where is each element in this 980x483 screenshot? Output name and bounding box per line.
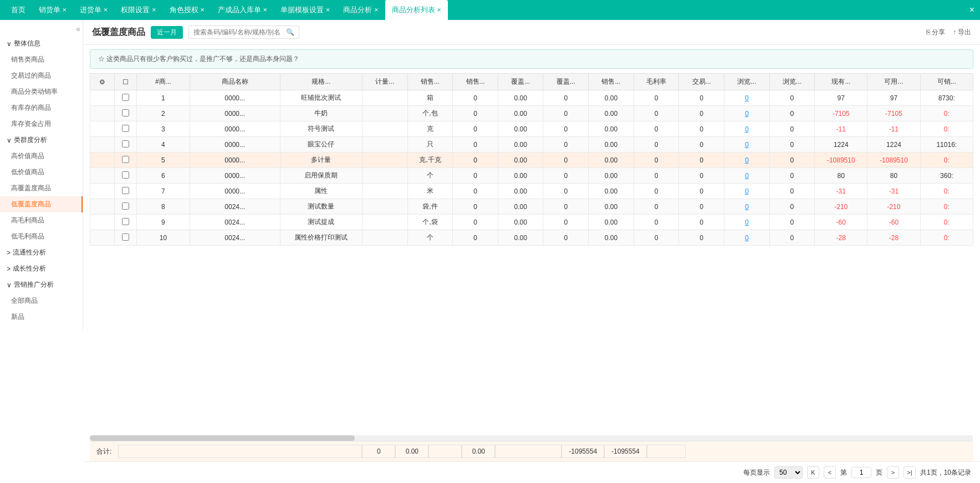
browse-link[interactable]: 0 (745, 172, 749, 180)
sidebar-item-库存资金占用[interactable]: 库存资金占用 (0, 116, 83, 132)
search-input[interactable] (193, 28, 284, 36)
col-header-2[interactable]: #商... (137, 74, 190, 90)
browse-link[interactable]: 0 (745, 110, 749, 118)
col-header-3[interactable]: 商品名称 (190, 74, 280, 90)
browse-link[interactable]: 0 (745, 125, 749, 133)
nav-item-analysis-list[interactable]: 商品分析列表 × (385, 0, 448, 20)
row-checkbox[interactable] (122, 218, 129, 225)
per-page-select[interactable]: 50 20 100 (774, 466, 803, 479)
settings-icon[interactable]: ⚙ (99, 78, 105, 86)
first-page-button[interactable]: K (807, 466, 819, 479)
col-header-10[interactable]: 销售... (589, 74, 634, 90)
search-icon: 🔍 (286, 28, 294, 36)
col-header-1[interactable]: ☐ (114, 74, 137, 90)
filter-recent-month-button[interactable]: 近一月 (151, 26, 183, 39)
table-cell-13[interactable]: 0 (724, 106, 769, 121)
sidebar-section-成长性分析[interactable]: >成长性分析 (0, 261, 83, 277)
sidebar-item-商品分类动销率[interactable]: 商品分类动销率 (0, 84, 83, 100)
table-cell-13[interactable]: 0 (724, 137, 769, 152)
col-header-8[interactable]: 覆盖... (498, 74, 543, 90)
table-cell-13[interactable]: 0 (724, 230, 769, 246)
table-cell-13[interactable]: 0 (724, 90, 769, 106)
table-cell-8: 0.00 (498, 90, 543, 106)
col-header-12[interactable]: 交易... (679, 74, 724, 90)
col-header-0[interactable]: ⚙ (90, 74, 115, 90)
browse-link[interactable]: 0 (745, 218, 749, 226)
table-row: 70000...属性米00.0000.000000-31-310: (90, 184, 973, 199)
col-header-5[interactable]: 计量... (363, 74, 408, 90)
prev-page-button[interactable]: < (824, 466, 836, 479)
browse-link[interactable]: 0 (745, 141, 749, 149)
data-table-wrapper[interactable]: ⚙☐#商...商品名称规格...计量...销售...销售...覆盖...覆盖..… (90, 73, 973, 435)
browse-link[interactable]: 0 (745, 234, 749, 242)
chevron-icon: > (7, 249, 11, 257)
browse-link[interactable]: 0 (745, 203, 749, 211)
row-checkbox[interactable] (122, 233, 129, 241)
table-cell-15: -11 (815, 121, 867, 137)
browse-link[interactable]: 0 (745, 187, 749, 195)
col-header-4[interactable]: 规格... (280, 74, 362, 90)
nav-item-role[interactable]: 角色授权 × (163, 0, 211, 20)
row-checkbox[interactable] (122, 171, 129, 179)
sidebar-section-整体信息[interactable]: ∨整体信息 (0, 35, 83, 52)
row-checkbox[interactable] (122, 140, 129, 148)
nav-item-analysis[interactable]: 商品分析 × (336, 0, 385, 20)
next-page-button[interactable]: > (887, 466, 899, 479)
table-cell-13[interactable]: 0 (724, 121, 769, 137)
table-cell-8: 0.00 (498, 137, 543, 152)
sidebar-item-全部商品[interactable]: 全部商品 (0, 293, 83, 309)
table-cell-13[interactable]: 0 (724, 199, 769, 215)
nav-item-template[interactable]: 单据模板设置 × (274, 0, 336, 20)
table-cell-17: 360: (920, 168, 973, 184)
table-cell-13[interactable]: 0 (724, 152, 769, 168)
sidebar-section-类群度分析[interactable]: ∨类群度分析 (0, 132, 83, 148)
nav-item-home[interactable]: 首页 (4, 0, 32, 20)
col-header-14[interactable]: 浏览... (769, 74, 815, 90)
sidebar-section-营销推广分析[interactable]: ∨营销推广分析 (0, 277, 83, 293)
col-header-11[interactable]: 毛利率 (634, 74, 679, 90)
horizontal-scrollbar[interactable] (90, 435, 973, 441)
nav-item-purchase[interactable]: 进货单 × (73, 0, 114, 20)
nav-item-permission[interactable]: 权限设置 × (114, 0, 162, 20)
row-checkbox[interactable] (122, 94, 129, 101)
nav-item-inbound[interactable]: 产成品入库单 × (211, 0, 274, 20)
col-header-7[interactable]: 销售... (453, 74, 498, 90)
close-window-button[interactable]: × (969, 5, 974, 15)
row-checkbox[interactable] (122, 109, 129, 116)
row-checkbox[interactable] (122, 156, 129, 163)
table-cell-13[interactable]: 0 (724, 215, 769, 230)
row-checkbox[interactable] (122, 187, 129, 194)
sidebar-item-销售类商品[interactable]: 销售类商品 (0, 52, 83, 68)
col-header-13[interactable]: 浏览... (724, 74, 769, 90)
sidebar-item-新品[interactable]: 新品 (0, 309, 83, 325)
browse-link[interactable]: 0 (745, 94, 749, 102)
sidebar-collapse-button[interactable]: « (76, 24, 80, 33)
sidebar-item-高覆盖度商品[interactable]: 高覆盖度商品 (0, 180, 83, 196)
sidebar-item-有库存的商品[interactable]: 有库存的商品 (0, 100, 83, 116)
sidebar-item-低毛利商品[interactable]: 低毛利商品 (0, 228, 83, 245)
table-cell-13[interactable]: 0 (724, 168, 769, 184)
col-header-15[interactable]: 现有... (815, 74, 867, 90)
sidebar-item-低覆盖度商品[interactable]: 低覆盖度商品 (0, 196, 83, 212)
export-button[interactable]: ↑ 导出 (953, 28, 971, 37)
page-number-input[interactable] (851, 467, 871, 478)
table-cell-16: -11 (867, 121, 920, 137)
col-header-9[interactable]: 覆盖... (543, 74, 589, 90)
share-button[interactable]: ⎘ 分享 (926, 28, 945, 37)
row-checkbox[interactable] (122, 202, 129, 210)
sidebar-item-交易过的商品[interactable]: 交易过的商品 (0, 68, 83, 84)
table-cell-11: 0 (634, 230, 679, 246)
last-page-button[interactable]: >| (904, 466, 916, 479)
sidebar-item-低价值商品[interactable]: 低价值商品 (0, 164, 83, 180)
col-header-17[interactable]: 可销... (920, 74, 973, 90)
browse-link[interactable]: 0 (745, 156, 749, 164)
sidebar-item-高毛利商品[interactable]: 高毛利商品 (0, 212, 83, 228)
nav-item-sales[interactable]: 销货单 × (32, 0, 73, 20)
scrollbar-thumb[interactable] (90, 435, 355, 441)
col-header-16[interactable]: 可用... (867, 74, 920, 90)
table-cell-13[interactable]: 0 (724, 184, 769, 199)
sidebar-section-流通性分析[interactable]: >流通性分析 (0, 245, 83, 261)
sidebar-item-高价值商品[interactable]: 高价值商品 (0, 148, 83, 164)
col-header-6[interactable]: 销售... (407, 74, 453, 90)
row-checkbox[interactable] (122, 125, 129, 132)
